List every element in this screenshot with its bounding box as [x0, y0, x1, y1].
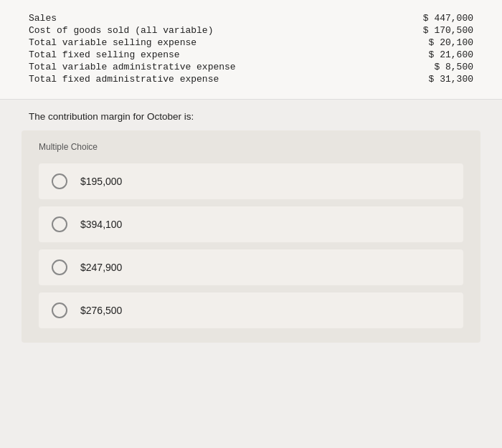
row-label: Total fixed selling expense [29, 49, 180, 60]
choice-item-d[interactable]: $276,500 [39, 292, 463, 328]
radio-a[interactable] [52, 173, 67, 189]
row-value: $ 8,500 [409, 62, 473, 72]
multiple-choice-section: Multiple Choice $195,000$394,100$247,900… [22, 130, 480, 343]
choice-label-b: $394,100 [80, 219, 122, 230]
table-row: Total fixed administrative expense$ 31,3… [29, 74, 473, 85]
choice-label-c: $247,900 [80, 262, 122, 273]
row-label: Total fixed administrative expense [29, 74, 219, 85]
row-label: Sales [29, 13, 57, 24]
row-value: $ 31,300 [409, 74, 473, 85]
page-container: Sales$ 447,000Cost of goods sold (all va… [0, 0, 502, 448]
choice-item-b[interactable]: $394,100 [39, 206, 463, 242]
table-row: Cost of goods sold (all variable)$ 170,5… [29, 25, 473, 36]
choice-label-a: $195,000 [80, 176, 122, 187]
choice-item-a[interactable]: $195,000 [39, 163, 463, 199]
top-section: Sales$ 447,000Cost of goods sold (all va… [0, 0, 502, 100]
table-row: Total variable selling expense$ 20,100 [29, 37, 473, 48]
contribution-margin-text: The contribution margin for October is: [0, 100, 502, 130]
row-label: Cost of goods sold (all variable) [29, 25, 213, 36]
choice-label-d: $276,500 [80, 305, 122, 316]
table-row: Sales$ 447,000 [29, 13, 473, 24]
data-table: Sales$ 447,000Cost of goods sold (all va… [29, 13, 473, 85]
row-value: $ 447,000 [409, 13, 473, 24]
section-label: Multiple Choice [39, 142, 463, 152]
row-value: $ 21,600 [409, 49, 473, 60]
radio-c[interactable] [52, 259, 67, 275]
question-text: The contribution margin for October is: [29, 111, 194, 122]
table-row: Total variable administrative expense$ 8… [29, 62, 473, 72]
radio-b[interactable] [52, 216, 67, 232]
row-label: Total variable administrative expense [29, 62, 236, 72]
row-value: $ 170,500 [409, 25, 473, 36]
radio-d[interactable] [52, 302, 67, 318]
table-row: Total fixed selling expense$ 21,600 [29, 49, 473, 60]
choice-item-c[interactable]: $247,900 [39, 249, 463, 285]
row-value: $ 20,100 [409, 37, 473, 48]
row-label: Total variable selling expense [29, 37, 196, 48]
